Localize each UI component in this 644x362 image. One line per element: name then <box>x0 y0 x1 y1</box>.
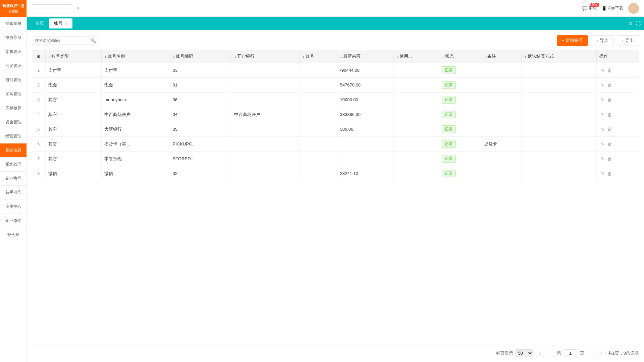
top-search-input[interactable] <box>35 6 69 11</box>
th-name[interactable]: ↕ 账号名称 <box>102 50 170 63</box>
cell-remark <box>481 107 522 122</box>
cell-bank <box>231 63 299 78</box>
first-page-button[interactable]: ⟪ <box>536 350 544 357</box>
sidebar-item-12[interactable]: 新手引导 <box>0 186 26 200</box>
edit-button[interactable]: ✎ <box>599 111 606 118</box>
th-type[interactable]: ↕ 账号类型 <box>45 50 102 63</box>
sidebar-item-3[interactable]: 批发管理 <box>0 59 26 73</box>
cell-use <box>393 107 439 122</box>
cell-default-payment <box>522 152 597 166</box>
tab-expand-icon[interactable]: ✕ ⛶ <box>629 21 641 26</box>
delete-button[interactable]: 🗑 <box>606 82 613 88</box>
prev-page-button[interactable]: ‹ <box>547 350 554 357</box>
close-window-icon[interactable]: ✕ <box>629 21 633 26</box>
search-icon[interactable]: 🔍 <box>91 38 96 43</box>
page-size-select[interactable]: 50 100 200 <box>515 349 533 357</box>
cell-default-payment <box>522 122 597 137</box>
user-avatar[interactable] <box>628 3 639 14</box>
th-code[interactable]: ↕ 账号编码 <box>170 50 231 63</box>
delete-button[interactable]: 🗑 <box>606 126 613 133</box>
cell-default-payment <box>522 107 597 122</box>
tab-home[interactable]: 首页 <box>30 18 49 28</box>
delete-button[interactable]: 🗑 <box>606 67 613 74</box>
cell-remark: 提货卡 <box>481 137 522 152</box>
delete-button[interactable]: 🗑 <box>606 170 613 177</box>
import-button[interactable]: ↑ 导入 <box>591 35 613 46</box>
sidebar: 畅捷通好生意 乐意版 搜索菜单快捷导航零售管理批发管理电商管理采购管理库存核算资… <box>0 0 27 362</box>
pagination: 每页显示 50 100 200 ⟪ ‹ 第 页 › ⟫ 共1页，8条记录 <box>32 346 639 357</box>
expand-window-icon[interactable]: ⛶ <box>636 21 641 26</box>
cell-type: 其它 <box>45 137 102 152</box>
sidebar-item-5[interactable]: 采购管理 <box>0 87 26 101</box>
cell-use <box>393 122 439 137</box>
tab-close-icon[interactable]: ✕ <box>65 22 67 25</box>
sidebar-item-8[interactable]: 经营管理 <box>0 129 26 143</box>
cell-type: 其它 <box>45 152 102 166</box>
last-page-button[interactable]: ⟫ <box>597 350 605 357</box>
main-wrapper: ▾ 💬 消息 99+ 📱 App下载 首页 账号 ✕ ✕ ⛶ <box>27 0 644 362</box>
th-balance[interactable]: ↕ 最新余额 <box>337 50 393 63</box>
logo-subtext: 乐意版 <box>8 9 18 14</box>
header-left: ▾ <box>32 4 79 12</box>
th-default-payment[interactable]: ↕ 默认结算方式 <box>522 50 597 63</box>
delete-button[interactable]: 🗑 <box>606 97 613 103</box>
page-number-input[interactable] <box>564 349 577 357</box>
sidebar-item-11[interactable]: 企业协同 <box>0 172 26 186</box>
cell-code: 02 <box>170 166 231 181</box>
table-wrap: ⚙ ↕ 账号类型 ↕ 账号名称 ↕ 账号编码 ↕ 开户银行 ↕ 账号 ↕ 最新余… <box>32 50 639 342</box>
dropdown-arrow-icon[interactable]: ▾ <box>77 6 79 11</box>
cell-balance <box>337 152 393 166</box>
sidebar-item-6[interactable]: 库存核算 <box>0 101 26 115</box>
sidebar-item-9[interactable]: 基础信息 <box>0 143 26 158</box>
cell-remark <box>481 63 522 78</box>
th-settings[interactable]: ⚙ <box>32 50 45 63</box>
export-button[interactable]: ↓ 导出 <box>617 35 639 46</box>
message-button[interactable]: 💬 消息 99+ <box>582 5 597 11</box>
edit-button[interactable]: ✎ <box>599 141 606 147</box>
sidebar-item-2[interactable]: 零售管理 <box>0 45 26 59</box>
search-input[interactable] <box>35 38 89 43</box>
edit-button[interactable]: ✎ <box>599 82 606 88</box>
cell-id: 6 <box>32 137 45 152</box>
th-use[interactable]: ↕ 使用... <box>393 50 439 63</box>
sidebar-item-14[interactable]: 企业微信 <box>0 214 26 228</box>
sidebar-item-15[interactable]: 畅会员 <box>0 228 26 242</box>
edit-button[interactable]: ✎ <box>599 156 606 162</box>
th-account[interactable]: ↕ 账号 <box>300 50 337 63</box>
sidebar-item-1[interactable]: 快捷导航 <box>0 31 26 45</box>
delete-button[interactable]: 🗑 <box>606 141 613 147</box>
th-default-payment-label: 默认结算方式 <box>528 53 554 59</box>
th-remark[interactable]: ↕ 备注 <box>481 50 522 63</box>
sidebar-item-10[interactable]: 系统管理 <box>0 158 26 172</box>
cell-type: 其它 <box>45 122 102 137</box>
app-logo: 畅捷通好生意 乐意版 <box>0 0 26 17</box>
edit-button[interactable]: ✎ <box>599 170 606 177</box>
app-download-label: App下载 <box>608 5 623 11</box>
export-icon: ↓ <box>622 38 624 43</box>
add-account-button[interactable]: + 新增账号 <box>557 35 588 46</box>
cell-status: 正常 <box>439 107 481 122</box>
sidebar-item-4[interactable]: 电商管理 <box>0 73 26 87</box>
th-status[interactable]: ↕ 状态 <box>439 50 481 63</box>
top-search-box <box>32 4 72 12</box>
cell-id: 7 <box>32 152 45 166</box>
toolbar-right: + 新增账号 ↑ 导入 ↓ 导出 <box>557 35 639 46</box>
th-bank[interactable]: ↕ 开户银行 <box>231 50 299 63</box>
cell-use <box>393 63 439 78</box>
edit-button[interactable]: ✎ <box>599 67 606 74</box>
th-remark-label: 备注 <box>487 53 496 59</box>
sidebar-item-13[interactable]: 应用中心 <box>0 200 26 214</box>
delete-button[interactable]: 🗑 <box>606 111 613 118</box>
app-download-button[interactable]: 📱 App下载 <box>602 5 623 11</box>
edit-button[interactable]: ✎ <box>599 126 606 133</box>
sidebar-item-0[interactable]: 搜索菜单 <box>0 17 26 31</box>
sidebar-item-7[interactable]: 资金管理 <box>0 115 26 129</box>
tab-account[interactable]: 账号 ✕ <box>49 18 72 28</box>
next-page-button[interactable]: › <box>587 350 594 357</box>
cell-action: ✎🗑 <box>596 63 639 78</box>
cell-id: 3 <box>32 93 45 107</box>
cell-name: 大新银行 <box>102 122 170 137</box>
delete-button[interactable]: 🗑 <box>606 156 613 162</box>
cell-default-payment <box>522 63 597 78</box>
edit-button[interactable]: ✎ <box>599 97 606 103</box>
